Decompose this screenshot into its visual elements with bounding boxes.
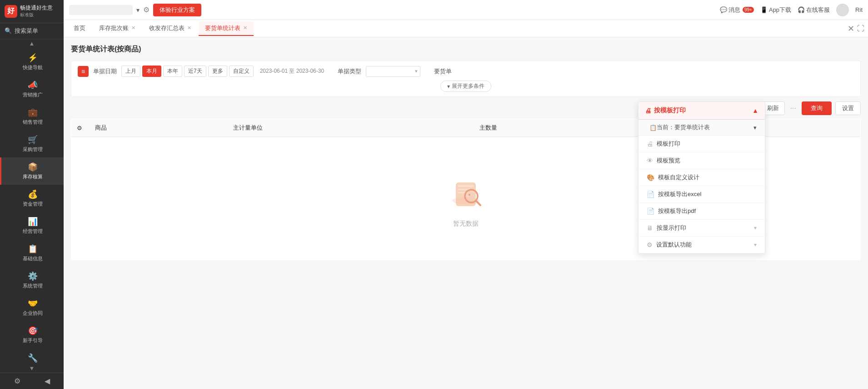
export-pdf-icon: 📄 bbox=[647, 207, 654, 215]
message-icon: 💬 bbox=[720, 6, 727, 13]
print-dropdown-current-left: 📋 当前：要货单统计表 bbox=[649, 123, 710, 131]
tab-demand-summary-close[interactable]: ✕ bbox=[243, 25, 247, 30]
filter-bar: ≡ 单据日期 上月 本月 本年 近7天 更多 自定义 2023-06-01 至 … bbox=[71, 61, 861, 97]
topbar-search-input[interactable] bbox=[69, 5, 133, 15]
trial-btn[interactable]: 体验行业方案 bbox=[153, 4, 201, 16]
print-dropdown-item-template-custom[interactable]: 🎨 模板自定义设计 bbox=[639, 169, 765, 186]
template-print-icon: 🖨 bbox=[647, 140, 653, 147]
topbar-dropdown-btn[interactable]: ▾ bbox=[136, 6, 140, 14]
sidebar-item-inventory[interactable]: 📦 库存核算 bbox=[0, 157, 64, 185]
tab-inventory-batch[interactable]: 库存批次账 ✕ bbox=[93, 21, 142, 36]
settings-btn[interactable]: 设置 bbox=[835, 101, 861, 115]
filter-type-select[interactable] bbox=[366, 66, 420, 77]
print-dropdown-item-set-default[interactable]: ⚙ 设置默认功能 ▾ bbox=[639, 237, 765, 253]
query-btn[interactable]: 查询 bbox=[802, 101, 832, 115]
filter-date-custom[interactable]: 自定义 bbox=[229, 66, 254, 77]
filter-date-more[interactable]: 更多 bbox=[208, 66, 227, 77]
sidebar-item-operations[interactable]: 📊 经营管理 bbox=[0, 212, 64, 239]
sidebar-item-sales[interactable]: 💼 销售管理 bbox=[0, 103, 64, 130]
marketing-icon: 📣 bbox=[28, 80, 38, 90]
filter-date-prev-month[interactable]: 上月 bbox=[121, 66, 140, 77]
messages-btn[interactable]: 💬 消息 99+ bbox=[720, 6, 754, 14]
system-icon: ⚙️ bbox=[28, 271, 38, 281]
purchase-icon: 🛒 bbox=[28, 135, 38, 145]
sidebar-item-appstore[interactable]: 🔧 应用中心 bbox=[0, 349, 64, 364]
filter-expand-row: ▾ 展开更多条件 bbox=[78, 81, 854, 92]
tab-receivables-summary-close[interactable]: ✕ bbox=[187, 25, 191, 30]
expand-more-conditions-btn[interactable]: ▾ 展开更多条件 bbox=[440, 81, 491, 92]
print-dropdown-item-template-print[interactable]: 🖨 模板打印 bbox=[639, 136, 765, 152]
template-preview-icon: 👁 bbox=[647, 157, 653, 164]
empty-text: 暂无数据 bbox=[453, 220, 479, 228]
sidebar-item-finance[interactable]: 💰 资金管理 bbox=[0, 185, 64, 212]
sidebar-item-system[interactable]: ⚙️ 系统管理 bbox=[0, 267, 64, 294]
th-unit: 主计量单位 bbox=[228, 119, 474, 137]
tabs-right-actions: ✕ ⛶ bbox=[848, 24, 864, 34]
set-default-label: 设置默认功能 bbox=[656, 241, 692, 249]
basic-icon: 📋 bbox=[28, 244, 38, 254]
user-avatar[interactable] bbox=[836, 4, 849, 16]
filter-date-range: 2023-06-01 至 2023-06-30 bbox=[260, 67, 324, 75]
sidebar-item-label: 经营管理 bbox=[23, 228, 43, 235]
tab-home[interactable]: 首页 bbox=[67, 21, 92, 36]
sidebar-collapse-btn[interactable]: ◀ bbox=[45, 377, 50, 385]
filter-type-wrapper: ▾ bbox=[366, 66, 420, 77]
print-dropdown-close-arrow[interactable]: ▲ bbox=[752, 107, 758, 114]
sidebar-item-purchase[interactable]: 🛒 采购管理 bbox=[0, 130, 64, 157]
sidebar-item-basic[interactable]: 📋 基础信息 bbox=[0, 239, 64, 267]
th-settings[interactable]: ⚙ bbox=[71, 119, 90, 137]
online-service-btn[interactable]: 🎧 在线客服 bbox=[798, 6, 830, 14]
print-dropdown-header: 🖨 按模板打印 ▲ bbox=[639, 102, 765, 120]
username-label: Rit bbox=[855, 6, 863, 13]
sidebar-item-quick-nav[interactable]: ⚡ 快捷导航 bbox=[0, 48, 64, 76]
sidebar-item-newbie[interactable]: 🎯 新手引导 bbox=[0, 321, 64, 349]
sidebar-item-label: 基础信息 bbox=[23, 255, 43, 262]
sidebar-settings-btn[interactable]: ⚙ bbox=[14, 377, 20, 385]
appstore-icon: 🔧 bbox=[28, 353, 38, 363]
sidebar-search[interactable]: 🔍 搜索菜单 bbox=[0, 23, 64, 39]
sidebar-item-label: 营销推广 bbox=[23, 91, 43, 98]
print-dropdown-item-template-preview[interactable]: 👁 模板预览 bbox=[639, 152, 765, 169]
svg-rect-2 bbox=[458, 185, 474, 187]
print-item-left-3: 📄 按模板导出excel bbox=[647, 190, 701, 198]
sales-icon: 💼 bbox=[28, 107, 38, 117]
messages-badge: 99+ bbox=[743, 7, 754, 13]
print-dropdown-item-display-print[interactable]: 🖥 按显示打印 ▾ bbox=[639, 220, 765, 237]
filter-date-current-month[interactable]: 本月 bbox=[142, 66, 161, 77]
filter-date-last-7-days[interactable]: 近7天 bbox=[184, 66, 206, 77]
print-item-left-2: 🎨 模板自定义设计 bbox=[647, 173, 699, 182]
tab-receivables-summary[interactable]: 收发存汇总表 ✕ bbox=[143, 21, 198, 36]
print-dropdown-current[interactable]: 📋 当前：要货单统计表 ▾ bbox=[639, 120, 765, 136]
filter-date-current-year[interactable]: 本年 bbox=[163, 66, 182, 77]
print-dropdown: 🖨 按模板打印 ▲ 📋 当前：要货单统计表 ▾ 🖨 模板打印 bbox=[638, 101, 765, 254]
print-item-left-0: 🖨 模板打印 bbox=[647, 140, 680, 148]
more-actions-btn[interactable]: ··· bbox=[788, 102, 798, 114]
sidebar-item-collab[interactable]: 🤝 企业协同 bbox=[0, 294, 64, 321]
topbar: ▾ ⚙ 体验行业方案 💬 消息 99+ 📱 App下载 🎧 在线客服 Rit bbox=[64, 0, 868, 20]
print-dropdown-header-left: 🖨 按模板打印 bbox=[645, 106, 686, 115]
topbar-gear-icon[interactable]: ⚙ bbox=[143, 5, 150, 14]
print-dropdown-item-export-excel[interactable]: 📄 按模板导出excel bbox=[639, 186, 765, 203]
sidebar-scroll-up[interactable]: ▲ bbox=[0, 39, 64, 48]
app-name: 畅捷通好生意 bbox=[20, 5, 53, 12]
sidebar-item-marketing[interactable]: 📣 营销推广 bbox=[0, 76, 64, 103]
sidebar-scroll-down[interactable]: ▼ bbox=[0, 364, 64, 373]
tab-window-close-btn[interactable]: ✕ bbox=[848, 24, 854, 34]
tab-demand-summary-label: 要货单统计表 bbox=[205, 24, 240, 32]
sidebar-item-label: 企业协同 bbox=[23, 310, 43, 317]
tab-home-label: 首页 bbox=[74, 24, 85, 32]
tab-demand-summary[interactable]: 要货单统计表 ✕ bbox=[199, 21, 254, 36]
tabs-bar: 首页 库存批次账 ✕ 收发存汇总表 ✕ 要货单统计表 ✕ ✕ ⛶ bbox=[64, 20, 868, 37]
print-item-left-5: 🖥 按显示打印 bbox=[647, 224, 686, 232]
toolbar-row: 🖨 按模板打印 ▲ ↑ 导出 ↺ 刷新 ··· 查询 设置 🖨 按模板打印 bbox=[71, 101, 861, 115]
display-print-arrow: ▾ bbox=[754, 225, 757, 231]
print-dropdown-item-export-pdf[interactable]: 📄 按模板导出pdf bbox=[639, 203, 765, 220]
tab-window-maximize-btn[interactable]: ⛶ bbox=[857, 25, 864, 33]
app-download-btn[interactable]: 📱 App下载 bbox=[760, 6, 791, 14]
filter-expand-btn[interactable]: ≡ bbox=[78, 66, 89, 77]
tab-receivables-summary-label: 收发存汇总表 bbox=[149, 24, 185, 32]
sidebar-item-label: 系统管理 bbox=[23, 283, 43, 289]
tab-inventory-batch-close[interactable]: ✕ bbox=[131, 25, 135, 30]
filter-more-label: 要货单 bbox=[434, 67, 452, 76]
th-product: 商品 bbox=[90, 119, 228, 137]
